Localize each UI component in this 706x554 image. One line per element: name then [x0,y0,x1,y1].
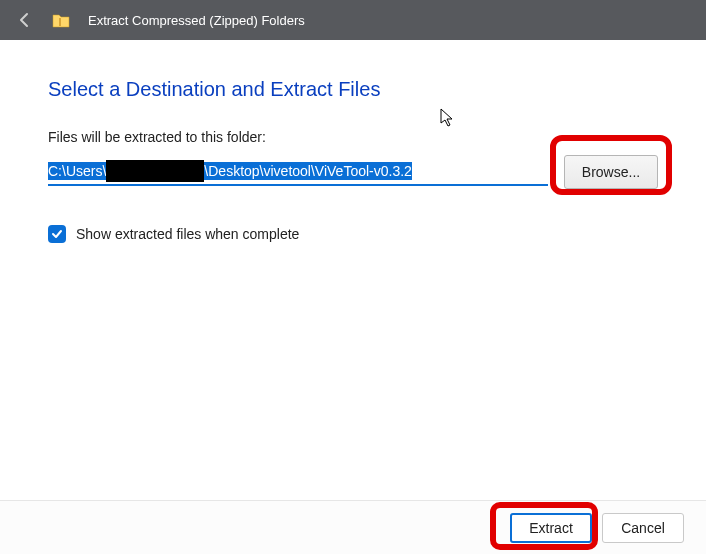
page-heading: Select a Destination and Extract Files [48,78,658,101]
path-suffix: \Desktop\vivetool\ViVeTool-v0.3.2 [204,162,412,180]
window-title: Extract Compressed (Zipped) Folders [88,13,305,28]
back-icon[interactable] [16,11,34,29]
zip-folder-icon [52,12,70,28]
browse-button[interactable]: Browse... [564,155,658,189]
path-label: Files will be extracted to this folder: [48,129,658,145]
path-prefix: C:\Users\ [48,162,106,180]
destination-row: C:\Users\\Desktop\vivetool\ViVeTool-v0.3… [48,155,658,189]
wizard-footer: Extract Cancel [0,500,706,554]
destination-path-input[interactable]: C:\Users\\Desktop\vivetool\ViVeTool-v0.3… [48,158,548,186]
show-files-checkbox-row: Show extracted files when complete [48,225,658,243]
show-files-checkbox[interactable] [48,225,66,243]
path-redacted-user [106,160,204,182]
titlebar: Extract Compressed (Zipped) Folders [0,0,706,40]
show-files-label: Show extracted files when complete [76,226,299,242]
svg-rect-0 [59,18,61,26]
cancel-button[interactable]: Cancel [602,513,684,543]
wizard-content: Select a Destination and Extract Files F… [0,40,706,243]
extract-button[interactable]: Extract [510,513,592,543]
